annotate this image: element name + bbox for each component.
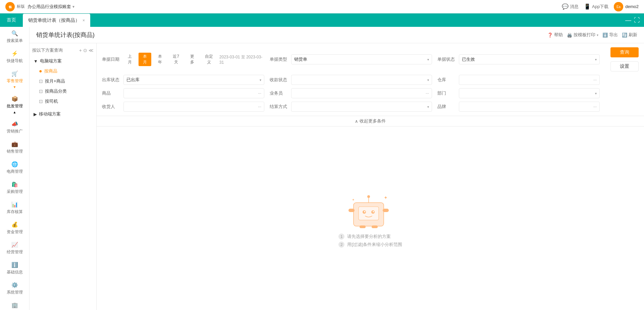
ecommerce-icon: 🌐 — [11, 161, 18, 167]
sidebar-item-finance-label: 资金管理 — [7, 229, 23, 235]
sidebar-item-purchase-label: 采购管理 — [7, 189, 23, 195]
sidebar-item-search[interactable]: 🔍 搜索菜单 — [0, 27, 29, 47]
settings-button[interactable]: 设置 — [610, 61, 639, 71]
sidebar-item-system[interactable]: ⚙️ 系统管理 — [0, 278, 29, 299]
sidebar-item-inventory[interactable]: 📊 库存核算 — [0, 198, 29, 218]
scheme-desktop-children: ● 按商品 ⊡ 按月+商品 ⊡ 按商品分类 ⊡ 按司机 — [32, 66, 94, 106]
recv-status-dropdown-icon: ▾ — [427, 78, 429, 82]
brand-input[interactable]: ··· — [459, 102, 600, 112]
tab-home[interactable]: 首页 — [0, 13, 23, 27]
svg-rect-12 — [348, 209, 355, 212]
retail-icon: 🛒 — [11, 70, 18, 77]
scheme-item-drv-icon: ⊡ — [39, 99, 43, 104]
date-btn-this-month[interactable]: 本月 — [139, 53, 152, 66]
sidebar-item-operations-label: 经营管理 — [7, 249, 23, 255]
doc-type-input[interactable]: 销货单 ▾ — [291, 54, 432, 64]
date-btn-this-year[interactable]: 本年 — [153, 53, 166, 66]
message-action[interactable]: 💬 消息 — [562, 3, 579, 10]
user-profile[interactable]: Ea demo2 — [614, 2, 639, 11]
user-name: demo2 — [625, 4, 639, 9]
scheme-item-cat-label: 按商品分类 — [45, 88, 67, 94]
svg-text:畅: 畅 — [9, 5, 12, 9]
scheme-item-by-goods[interactable]: ● 按商品 — [38, 66, 94, 76]
warehouse-label: 仓库 — [437, 77, 456, 83]
scheme-desktop[interactable]: ▼ 电脑端方案 — [32, 56, 94, 66]
dept-input[interactable]: ▾ — [459, 88, 600, 98]
scheme-collapse-icon[interactable]: ≪ — [89, 48, 94, 53]
doc-status-dropdown-icon: ▾ — [595, 58, 597, 61]
date-btn-7days[interactable]: 近7天 — [168, 53, 183, 66]
export-btn[interactable]: ⬇️ 导出 — [602, 32, 618, 38]
sidebar-item-basic[interactable]: ℹ️ 基础信息 — [0, 258, 29, 278]
tab-close-icon[interactable]: × — [83, 18, 85, 23]
out-status-input[interactable]: 已出库 ▾ — [123, 75, 264, 85]
tab-maximize-icon[interactable]: ⛶ — [634, 17, 640, 24]
message-icon: 💬 — [562, 3, 569, 10]
date-filter: 上月 本月 本年 近7天 更多 自定义 2023-03-01 至 2023-03… — [123, 53, 264, 66]
query-button[interactable]: 查询 — [610, 47, 639, 57]
scheme-edit-icon[interactable]: ⊙ — [83, 48, 87, 53]
recv-status-label: 收款状态 — [270, 77, 288, 83]
doc-type-dropdown-icon: ▾ — [427, 58, 429, 61]
scheme-item-icon: ● — [39, 68, 42, 74]
workspace-dropdown-icon[interactable]: ▾ — [72, 4, 74, 9]
warehouse-input[interactable]: ··· — [459, 75, 600, 85]
sidebar-item-marketing[interactable]: 📣 营销推广 — [0, 117, 29, 138]
enterprise-icon: 🏢 — [11, 302, 18, 308]
template-print-btn[interactable]: 🖨️ 按模板打印 ▾ — [567, 32, 598, 38]
system-icon: ⚙️ — [11, 282, 18, 288]
sidebar-item-retail[interactable]: 🛒 零售管理 ▼ — [0, 67, 29, 92]
scheme-add-icon[interactable]: + — [79, 48, 82, 53]
sidebar-item-finance[interactable]: 💰 资金管理 — [0, 218, 29, 238]
sidebar-item-purchase[interactable]: 🛍️ 采购管理 — [0, 178, 29, 198]
app-download-label: App下载 — [592, 4, 608, 10]
sidebar-item-wholesale[interactable]: 📦 批发管理 ▲ — [0, 92, 29, 117]
salesman-input[interactable]: ··· — [291, 88, 432, 98]
main-content-row: 按以下方案查询 + ⊙ ≪ ▼ 电脑端方案 ● 按商品 — [30, 43, 644, 310]
print-dropdown-icon: ▾ — [597, 33, 598, 37]
workspace-name: 办公用品行业模拟账套 — [28, 4, 71, 10]
app-download-action[interactable]: 📱 App下载 — [584, 3, 608, 10]
salesman-dots-icon: ··· — [426, 91, 429, 96]
recipient-input[interactable]: ··· — [123, 102, 264, 112]
logo: 畅 标版 — [5, 2, 25, 11]
scheme-item-drv-label: 按司机 — [45, 98, 58, 104]
doc-type-value: 销货单 — [294, 56, 307, 62]
svg-text:✦: ✦ — [352, 198, 355, 202]
page-title: 销货单统计表(按商品) — [36, 31, 95, 39]
refresh-btn[interactable]: 🔄 刷新 — [622, 32, 637, 38]
date-btn-more[interactable]: 更多 — [185, 53, 199, 66]
sidebar-item-sales[interactable]: 💼 销售管理 — [0, 138, 29, 158]
sidebar: 🔍 搜索菜单 ⚡ 快捷导航 🛒 零售管理 ▼ 📦 批发管理 ▲ 📣 营销推广 💼… — [0, 27, 30, 310]
help-btn[interactable]: ❓ 帮助 — [547, 32, 563, 38]
sidebar-item-ecommerce[interactable]: 🌐 电商管理 — [0, 158, 29, 178]
doc-status-input[interactable]: 已生效 ▾ — [459, 54, 600, 64]
wholesale-expand-icon: ▲ — [13, 110, 16, 114]
export-icon: ⬇️ — [602, 33, 608, 38]
sidebar-item-marketing-label: 营销推广 — [7, 128, 23, 134]
out-status-dropdown-icon: ▾ — [260, 78, 261, 82]
doc-type-label: 单据类型 — [270, 56, 288, 62]
sidebar-item-enterprise[interactable]: 🏢 企业协同 — [0, 299, 29, 310]
date-btn-last-month[interactable]: 上月 — [123, 53, 137, 66]
goods-input[interactable]: ··· — [123, 88, 264, 98]
collapse-arrow-icon: ∧ — [355, 119, 358, 124]
scheme-mobile[interactable]: ▶ 移动端方案 — [32, 109, 94, 119]
tab-active[interactable]: 销货单统计表（按商品） × — [23, 14, 90, 27]
sidebar-item-operations[interactable]: 📈 经营管理 — [0, 238, 29, 258]
recv-status-input[interactable]: ▾ — [291, 75, 432, 85]
print-icon: 🖨️ — [567, 33, 572, 38]
avatar: Ea — [614, 2, 623, 11]
tab-minimize-icon[interactable]: — — [625, 17, 631, 24]
date-btn-custom[interactable]: 自定义 — [201, 53, 217, 66]
settlement-input[interactable]: ▾ — [291, 102, 432, 112]
workspace-selector[interactable]: 办公用品行业模拟账套 ▾ — [28, 4, 74, 10]
scheme-item-by-driver[interactable]: ⊡ 按司机 — [38, 96, 94, 106]
scheme-item-by-month-goods[interactable]: ⊡ 按月+商品 — [38, 76, 94, 86]
sidebar-item-quicknav[interactable]: ⚡ 快捷导航 — [0, 47, 29, 67]
marketing-icon: 📣 — [11, 121, 18, 127]
empty-tips: 1 请先选择要分析的方案 2 用[过滤]条件来缩小分析范围 — [338, 234, 402, 248]
collapse-bar[interactable]: ∧ 收起更多条件 — [97, 116, 644, 126]
scheme-item-by-category[interactable]: ⊡ 按商品分类 — [38, 86, 94, 96]
logo-icon: 畅 — [5, 2, 15, 11]
